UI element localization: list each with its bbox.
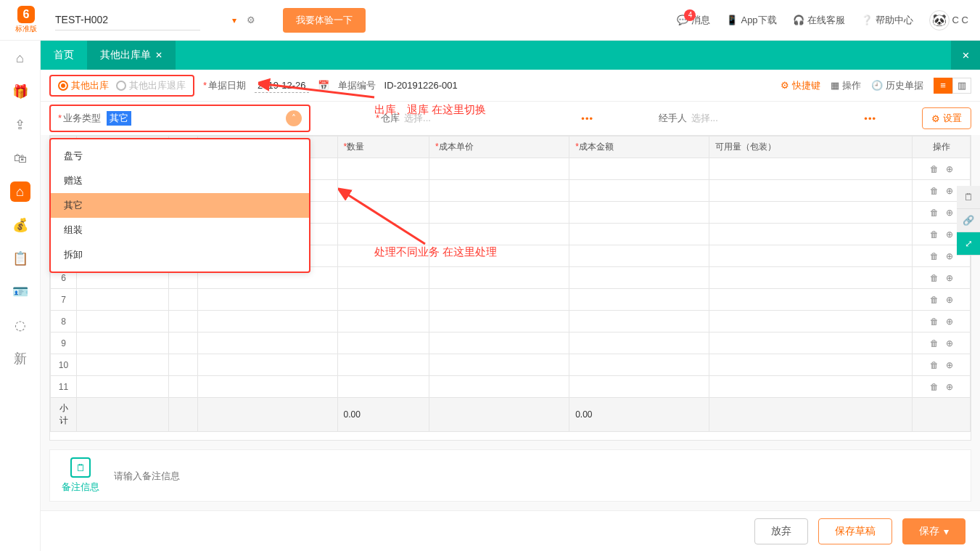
biz-type-dropdown: 盘亏赠送其它组装拆卸 [49, 138, 310, 273]
delete-icon[interactable]: 🗑 [930, 273, 939, 283]
org-selector[interactable]: ▾ [55, 9, 236, 30]
handler-field[interactable]: 经手人 选择... ••• [659, 112, 876, 125]
more-icon[interactable]: ••• [864, 113, 876, 124]
nav-cycle-icon[interactable]: ◌ [10, 315, 30, 335]
add-row-icon[interactable]: ⊕ [946, 317, 953, 327]
dropdown-item[interactable]: 拆卸 [51, 242, 309, 267]
app-download-label: App下载 [741, 14, 776, 27]
dropdown-item[interactable]: 赠送 [51, 168, 309, 193]
tab-home-label: 首页 [54, 49, 74, 62]
radio-outbound-label: 其他出库 [71, 79, 109, 92]
messages-link[interactable]: 💬 消息 4 [677, 14, 710, 27]
float-expand-icon[interactable]: ⤢ [957, 232, 980, 256]
nav-upload-icon[interactable]: ⇪ [10, 115, 30, 135]
float-rail: 🗒 🔗 ⤢ [957, 186, 980, 256]
tab-home[interactable]: 首页 [41, 41, 87, 70]
add-row-icon[interactable]: ⊕ [946, 208, 953, 218]
side-nav: ⌂ 🎁 ⇪ 🛍 ⌂ 💰 📋 🪪 ◌ 新 [0, 41, 41, 551]
customer-service-link[interactable]: 🎧 在线客服 [793, 14, 845, 27]
tab-other-outbound[interactable]: 其他出库单 ✕ [87, 41, 176, 70]
org-input[interactable] [55, 9, 200, 30]
discard-button[interactable]: 放弃 [754, 518, 808, 544]
calendar-icon[interactable]: 📅 [318, 80, 329, 91]
note-icon: 🗒 [70, 457, 91, 478]
delete-icon[interactable]: 🗑 [930, 338, 939, 348]
delete-icon[interactable]: 🗑 [930, 382, 939, 392]
add-row-icon[interactable]: ⊕ [946, 273, 953, 283]
add-row-icon[interactable]: ⊕ [946, 164, 953, 174]
add-row-icon[interactable]: ⊕ [946, 360, 953, 370]
page-bar: 其他出库 其他出库退库 *单据日期 2019-12-26 📅 单据编号 ID-2… [41, 70, 980, 102]
add-row-icon[interactable]: ⊕ [946, 229, 953, 240]
close-icon[interactable]: ✕ [155, 50, 162, 60]
history-link[interactable]: 🕘历史单据 [871, 79, 923, 92]
radio-outbound-return[interactable]: 其他出库退库 [116, 79, 186, 92]
add-row-icon[interactable]: ⊕ [946, 251, 953, 261]
save-draft-button[interactable]: 保存草稿 [818, 518, 892, 544]
delete-icon[interactable]: 🗑 [930, 186, 939, 196]
settings-button[interactable]: ⚙设置 [922, 107, 971, 129]
chevron-down-icon: ▾ [944, 526, 949, 537]
nav-new-icon[interactable]: 新 [10, 348, 30, 369]
date-value[interactable]: 2019-12-26 [255, 78, 309, 93]
biz-type-selector[interactable]: *业务类型 其它 ˄ 盘亏赠送其它组装拆卸 [49, 105, 310, 132]
help-icon: ❔ [861, 15, 873, 25]
radio-outbound[interactable]: 其他出库 [58, 79, 109, 92]
radio-dot-icon [58, 81, 68, 91]
footer: 放弃 保存草稿 保存▾ [41, 510, 980, 551]
docno-value: ID-20191226-001 [384, 80, 458, 91]
shortcut-link[interactable]: ⚙快捷键 [781, 79, 820, 92]
operate-link[interactable]: ▦操作 [831, 79, 861, 92]
nav-clipboard-icon[interactable]: 📋 [10, 248, 30, 269]
table-row[interactable]: 8 🗑⊕ [51, 311, 971, 332]
view-card-icon[interactable]: ▥ [952, 78, 971, 94]
handler-label: 经手人 [659, 112, 687, 125]
nav-home-icon[interactable]: ⌂ [10, 48, 30, 68]
delete-icon[interactable]: 🗑 [930, 229, 939, 240]
delete-icon[interactable]: 🗑 [930, 251, 939, 261]
clock-icon: 🕘 [871, 80, 883, 91]
delete-icon[interactable]: 🗑 [930, 164, 939, 174]
user-name: C C [952, 15, 968, 25]
nav-money-icon[interactable]: 💰 [10, 215, 30, 235]
phone-icon: 📱 [726, 15, 738, 25]
nav-bag-icon[interactable]: 🛍 [10, 148, 30, 168]
try-button[interactable]: 我要体验一下 [283, 8, 366, 33]
dropdown-item[interactable]: 其它 [51, 193, 309, 218]
delete-icon[interactable]: 🗑 [930, 360, 939, 370]
dropdown-item[interactable]: 组装 [51, 218, 309, 242]
chevron-up-icon[interactable]: ˄ [286, 110, 302, 126]
more-icon[interactable]: ••• [581, 113, 593, 124]
table-row[interactable]: 10 🗑⊕ [51, 354, 971, 376]
add-row-icon[interactable]: ⊕ [946, 338, 953, 348]
float-link-icon[interactable]: 🔗 [957, 209, 980, 232]
table-row[interactable]: 9 🗑⊕ [51, 332, 971, 354]
view-list-icon[interactable]: ≡ [934, 78, 952, 94]
docno-label: 单据编号 [338, 79, 376, 92]
warehouse-placeholder: 选择... [404, 112, 431, 125]
float-note-icon[interactable]: 🗒 [957, 186, 980, 209]
table-row[interactable]: 7 🗑⊕ [51, 289, 971, 311]
save-button[interactable]: 保存▾ [902, 518, 965, 544]
nav-gift-icon[interactable]: 🎁 [10, 81, 30, 102]
gear-icon: ⚙ [781, 80, 789, 91]
help-link[interactable]: ❔ 帮助中心 [861, 14, 913, 27]
add-row-icon[interactable]: ⊕ [946, 382, 953, 392]
chevron-down-icon: ▾ [232, 15, 236, 25]
delete-icon[interactable]: 🗑 [930, 317, 939, 327]
delete-icon[interactable]: 🗑 [930, 295, 939, 305]
dropdown-item[interactable]: 盘亏 [51, 144, 309, 168]
nav-warehouse-icon[interactable]: ⌂ [10, 181, 30, 202]
remark-input[interactable] [114, 470, 959, 481]
tabs-close-all[interactable]: ✕ [951, 41, 980, 70]
nav-id-icon[interactable]: 🪪 [10, 282, 30, 302]
delete-icon[interactable]: 🗑 [930, 208, 939, 218]
add-row-icon[interactable]: ⊕ [946, 295, 953, 305]
top-header: 6 标准版 ▾ ⚙ 我要体验一下 💬 消息 4 📱 App下载 🎧 在线客服 ❔… [0, 0, 980, 41]
add-row-icon[interactable]: ⊕ [946, 186, 953, 196]
warehouse-field[interactable]: *仓库 选择... ••• [376, 112, 593, 125]
user-menu[interactable]: 🐼 C C [929, 10, 968, 30]
app-download-link[interactable]: 📱 App下载 [726, 14, 776, 27]
gear-icon[interactable]: ⚙ [241, 10, 261, 30]
table-row[interactable]: 11 🗑⊕ [51, 376, 971, 398]
